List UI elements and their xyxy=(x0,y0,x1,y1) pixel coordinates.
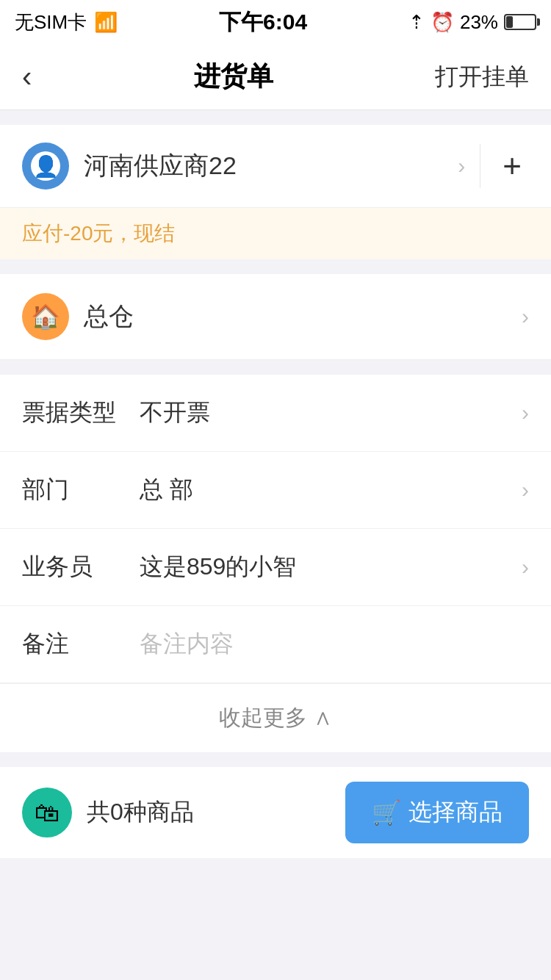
open-pending-button[interactable]: 打开挂单 xyxy=(435,61,529,93)
status-time: 下午6:04 xyxy=(219,7,307,37)
alarm-icon: ⏰ xyxy=(431,11,454,34)
notice-bar: 应付-20元，现结 xyxy=(0,208,551,259)
gap-2 xyxy=(0,259,551,274)
warehouse-icon-wrap: 🏠 xyxy=(22,293,69,340)
battery-percent: 23% xyxy=(460,11,498,34)
salesman-value: 这是859的小智 xyxy=(140,551,522,583)
carrier-label: 无SIM卡 xyxy=(15,10,87,35)
nav-bar: ‹ 进货单 打开挂单 xyxy=(0,44,551,110)
back-button[interactable]: ‹ xyxy=(22,60,32,93)
invoice-type-chevron-icon: › xyxy=(522,400,529,425)
department-value: 总 部 xyxy=(140,474,522,506)
warehouse-section: 🏠 总仓 › xyxy=(0,274,551,360)
remark-row[interactable]: 备注 备注内容 xyxy=(0,606,551,683)
product-count: 共0种商品 xyxy=(87,796,345,829)
salesman-row[interactable]: 业务员 这是859的小智 › xyxy=(0,529,551,606)
department-label: 部门 xyxy=(22,474,125,506)
warehouse-row[interactable]: 🏠 总仓 › xyxy=(0,274,551,360)
status-left: 无SIM卡 📶 xyxy=(15,10,118,35)
invoice-type-label: 票据类型 xyxy=(22,397,125,429)
collapse-row[interactable]: 收起更多 ∧ xyxy=(0,683,551,752)
status-right: ⇡ ⏰ 23% xyxy=(408,11,536,34)
battery-icon xyxy=(504,14,536,30)
select-product-label: 选择商品 xyxy=(408,796,503,829)
wifi-icon: 📶 xyxy=(94,11,118,34)
remark-input[interactable]: 备注内容 xyxy=(140,628,529,660)
department-chevron-icon: › xyxy=(522,478,529,502)
invoice-type-row[interactable]: 票据类型 不开票 › xyxy=(0,375,551,452)
supplier-avatar: 👤 xyxy=(22,143,69,190)
select-product-button[interactable]: 🛒 选择商品 xyxy=(345,782,529,843)
remark-label: 备注 xyxy=(22,628,125,660)
product-bar: 🛍 共0种商品 🛒 选择商品 xyxy=(0,767,551,858)
vertical-divider xyxy=(480,144,480,188)
invoice-type-value: 不开票 xyxy=(140,397,522,429)
select-product-icon: 🛒 xyxy=(372,799,401,826)
salesman-chevron-icon: › xyxy=(522,555,529,580)
avatar-inner: 👤 xyxy=(31,151,60,181)
status-bar: 无SIM卡 📶 下午6:04 ⇡ ⏰ 23% xyxy=(0,0,551,44)
location-icon: ⇡ xyxy=(408,11,425,34)
add-button[interactable]: + xyxy=(495,148,529,184)
supplier-section: 👤 河南供应商22 › + 应付-20元，现结 xyxy=(0,125,551,259)
supplier-name: 河南供应商22 xyxy=(84,149,458,183)
shopping-bag-icon: 🛍 xyxy=(35,799,60,827)
warehouse-chevron-icon: › xyxy=(522,304,529,329)
warehouse-name: 总仓 xyxy=(84,300,522,334)
form-section: 票据类型 不开票 › 部门 总 部 › 业务员 这是859的小智 › 备注 备注… xyxy=(0,375,551,752)
person-icon: 👤 xyxy=(33,154,59,179)
supplier-row[interactable]: 👤 河南供应商22 › + xyxy=(0,125,551,208)
product-icon-wrap: 🛍 xyxy=(22,788,72,837)
salesman-label: 业务员 xyxy=(22,551,125,583)
collapse-label: 收起更多 ∧ xyxy=(219,703,331,733)
department-row[interactable]: 部门 总 部 › xyxy=(0,452,551,529)
house-icon: 🏠 xyxy=(31,303,60,331)
notice-text: 应付-20元，现结 xyxy=(22,222,175,245)
page-title: 进货单 xyxy=(194,59,273,95)
gap-1 xyxy=(0,110,551,125)
supplier-chevron-icon: › xyxy=(458,154,465,179)
